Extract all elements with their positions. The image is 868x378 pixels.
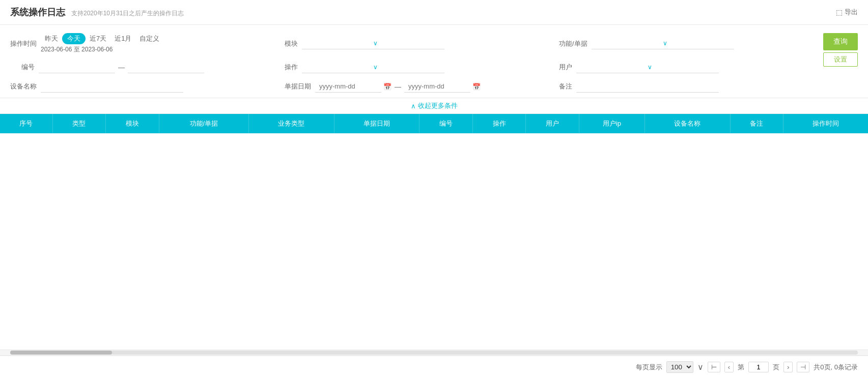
first-page-button[interactable]: ⊢ bbox=[708, 362, 720, 372]
time-btn-today[interactable]: 今天 bbox=[62, 33, 86, 44]
page-header: 系统操作日志 支持2020年10月31日之后产生的操作日志 ⬚ 导出 bbox=[0, 0, 868, 25]
date-to-input[interactable] bbox=[404, 80, 470, 93]
next-page-button[interactable]: › bbox=[783, 362, 793, 372]
number-label: 编号 bbox=[21, 63, 35, 72]
time-filter-wrapper: 昨天 今天 近7天 近1月 自定义 2023-06-06 至 2023-06-0… bbox=[41, 33, 163, 54]
page-down-icon: ∨ bbox=[697, 362, 704, 372]
device-filter-col: 设备名称 bbox=[10, 80, 264, 93]
remark-input[interactable] bbox=[576, 80, 719, 93]
time-range-display: 2023-06-06 至 2023-06-06 bbox=[41, 45, 163, 54]
table-head: 序号 类型 模块 功能/单据 业务类型 单据日期 编号 操作 用户 用户ip 设… bbox=[0, 114, 868, 133]
col-remark: 备注 bbox=[730, 114, 783, 133]
function-label: 功能/单据 bbox=[559, 39, 587, 48]
export-icon: ⬚ bbox=[836, 8, 843, 16]
module-filter-col: 模块 ∨ bbox=[285, 38, 539, 49]
time-btn-yesterday[interactable]: 昨天 bbox=[41, 33, 62, 44]
function-select[interactable]: ∨ bbox=[592, 38, 734, 49]
table-header-row: 序号 类型 模块 功能/单据 业务类型 单据日期 编号 操作 用户 用户ip 设… bbox=[0, 114, 868, 133]
page-subtitle: 支持2020年10月31日之后产生的操作日志 bbox=[71, 9, 184, 18]
col-op-time: 操作时间 bbox=[783, 114, 868, 133]
operation-arrow-icon: ∨ bbox=[373, 64, 440, 71]
user-select[interactable]: ∨ bbox=[576, 62, 719, 73]
total-info: 共0页, 0条记录 bbox=[814, 363, 858, 372]
settings-button[interactable]: 设置 bbox=[823, 52, 858, 67]
horizontal-scrollbar[interactable] bbox=[0, 350, 868, 356]
number-from-input[interactable] bbox=[39, 61, 115, 73]
filter-main: 操作时间 昨天 今天 近7天 近1月 自定义 2023-06-06 至 2023… bbox=[10, 33, 858, 93]
filter-row-1: 操作时间 昨天 今天 近7天 近1月 自定义 2023-06-06 至 2023… bbox=[10, 33, 813, 54]
col-biz-type: 业务类型 bbox=[249, 114, 334, 133]
page-title: 系统操作日志 bbox=[10, 6, 65, 18]
operation-select[interactable]: ∨ bbox=[302, 62, 444, 73]
action-buttons: 查询 设置 bbox=[823, 33, 858, 67]
date-label: 单据日期 bbox=[285, 82, 311, 91]
empty-area bbox=[0, 133, 868, 296]
date-from-input[interactable] bbox=[315, 80, 381, 93]
per-page-select[interactable]: 100 10 20 50 200 bbox=[666, 361, 693, 373]
filter-left: 操作时间 昨天 今天 近7天 近1月 自定义 2023-06-06 至 2023… bbox=[10, 33, 813, 93]
filter-area: 操作时间 昨天 今天 近7天 近1月 自定义 2023-06-06 至 2023… bbox=[0, 25, 868, 114]
col-index: 序号 bbox=[0, 114, 52, 133]
col-number: 编号 bbox=[419, 114, 472, 133]
module-label: 模块 bbox=[285, 39, 298, 48]
time-btn-custom[interactable]: 自定义 bbox=[135, 33, 163, 44]
user-arrow-icon: ∨ bbox=[648, 64, 715, 71]
col-module: 模块 bbox=[106, 114, 159, 133]
user-filter-col: 用户 ∨ bbox=[559, 62, 813, 73]
collapse-bar[interactable]: ∧ 收起更多条件 bbox=[0, 98, 868, 113]
date-filter-col: 单据日期 📅 — 📅 bbox=[285, 80, 539, 93]
module-select[interactable]: ∨ bbox=[302, 38, 444, 49]
scrollbar-thumb[interactable] bbox=[10, 351, 112, 355]
per-page-label: 每页显示 bbox=[636, 363, 662, 372]
page-wrapper: 系统操作日志 支持2020年10月31日之后产生的操作日志 ⬚ 导出 操作时间 … bbox=[0, 0, 868, 378]
calendar-to-icon[interactable]: 📅 bbox=[472, 83, 481, 91]
collapse-label: 收起更多条件 bbox=[418, 101, 458, 110]
time-btn-1month[interactable]: 近1月 bbox=[110, 33, 135, 44]
col-type: 类型 bbox=[52, 114, 105, 133]
time-label: 操作时间 bbox=[10, 39, 37, 48]
data-table: 序号 类型 模块 功能/单据 业务类型 单据日期 编号 操作 用户 用户ip 设… bbox=[0, 114, 868, 133]
remark-label: 备注 bbox=[559, 82, 572, 91]
col-function: 功能/单据 bbox=[159, 114, 248, 133]
col-user-ip: 用户ip bbox=[579, 114, 645, 133]
function-arrow-icon: ∨ bbox=[663, 40, 730, 47]
last-page-button[interactable]: ⊣ bbox=[797, 362, 809, 372]
date-dash: — bbox=[395, 83, 401, 91]
user-label: 用户 bbox=[559, 63, 572, 72]
remark-filter-col: 备注 bbox=[559, 80, 813, 93]
col-operation: 操作 bbox=[472, 114, 525, 133]
time-button-group: 昨天 今天 近7天 近1月 自定义 bbox=[41, 33, 163, 44]
time-filter-col: 操作时间 昨天 今天 近7天 近1月 自定义 2023-06-06 至 2023… bbox=[10, 33, 264, 54]
number-filter-col: 编号 — bbox=[10, 61, 264, 73]
export-label: 导出 bbox=[845, 8, 858, 17]
module-arrow-icon: ∨ bbox=[373, 40, 440, 47]
operation-label: 操作 bbox=[285, 63, 298, 72]
device-label: 设备名称 bbox=[10, 82, 37, 91]
calendar-from-icon[interactable]: 📅 bbox=[383, 83, 391, 91]
number-dash: — bbox=[118, 64, 125, 71]
page-suffix: 页 bbox=[773, 363, 779, 372]
operation-filter-col: 操作 ∨ bbox=[285, 62, 539, 73]
collapse-icon: ∧ bbox=[411, 102, 416, 110]
main-content: 序号 类型 模块 功能/单据 业务类型 单据日期 编号 操作 用户 用户ip 设… bbox=[0, 114, 868, 350]
pagination: 每页显示 100 10 20 50 200 ∨ ⊢ ‹ 第 页 › ⊣ 共0页,… bbox=[0, 356, 868, 378]
time-btn-7days[interactable]: 近7天 bbox=[86, 33, 110, 44]
filter-row-3: 设备名称 单据日期 📅 — 📅 备注 bbox=[10, 80, 813, 93]
scrollbar-track[interactable] bbox=[10, 351, 858, 355]
number-to-input[interactable] bbox=[128, 61, 204, 73]
export-button[interactable]: ⬚ 导出 bbox=[836, 8, 858, 17]
page-number-input[interactable] bbox=[748, 362, 769, 372]
device-input[interactable] bbox=[41, 80, 183, 93]
function-filter-col: 功能/单据 ∨ bbox=[559, 38, 813, 49]
query-button[interactable]: 查询 bbox=[823, 33, 858, 50]
header-left: 系统操作日志 支持2020年10月31日之后产生的操作日志 bbox=[10, 6, 184, 18]
filter-row-2: 编号 — 操作 ∨ 用户 bbox=[10, 61, 813, 73]
prev-page-button[interactable]: ‹ bbox=[724, 362, 734, 372]
col-date: 单据日期 bbox=[334, 114, 419, 133]
col-device: 设备名称 bbox=[645, 114, 730, 133]
col-user: 用户 bbox=[526, 114, 579, 133]
page-text-label: 第 bbox=[738, 363, 744, 372]
